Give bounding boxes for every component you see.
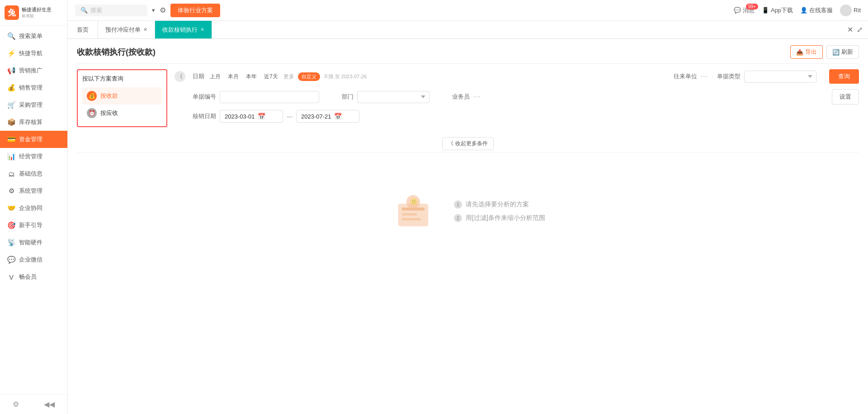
empty-state: 😕 1 请先选择要分析的方案 2 用[过滤]条件来缩小分析范围 (68, 152, 868, 270)
close-window-icon[interactable]: ✕ (847, 25, 853, 34)
last-7days-btn[interactable]: 近7天 (262, 72, 280, 81)
sidebar-item-basic-info[interactable]: 🗂 基础信息 (0, 165, 67, 182)
logo-icon: 兔 (5, 5, 19, 20)
page-content: 收款核销执行(按收款) 📤 导出 🔄 刷新 (68, 39, 868, 414)
topbar-dropdown[interactable]: ▾ (152, 7, 155, 14)
staff-label: 业务员 (452, 93, 470, 101)
sidebar-item-tutorial[interactable]: 🎯 新手引导 (0, 217, 67, 234)
verify-date-start-input[interactable]: 2023-03-01 📅 (220, 110, 283, 123)
date-label: 日期 (193, 72, 204, 81)
query-button[interactable]: 查询 (829, 69, 859, 84)
tab-home-label: 首页 (77, 26, 89, 34)
filter-option-receipt[interactable]: 💰 按收款 (82, 87, 162, 105)
verify-date-group: 核销日期 2023-03-01 📅 — 2023-07-21 📅 (193, 110, 359, 123)
solution-button[interactable]: 体验行业方案 (170, 4, 220, 17)
doc-no-label: 单据编号 (193, 93, 216, 101)
app-download-button[interactable]: 📱 App下载 (762, 6, 793, 14)
staff-group: 业务员 ··· (452, 93, 481, 101)
refresh-button[interactable]: 🔄 刷新 (826, 45, 859, 59)
main-area: 🔍 搜索 ▾ ⚙ 体验行业方案 💬 消息 99+ 📱 App下载 👤 在线客服 (68, 0, 868, 414)
sidebar-item-label: 系统管理 (19, 187, 42, 195)
empty-hint-1: 1 请先选择要分析的方案 (454, 200, 545, 209)
doc-no-input[interactable] (220, 91, 319, 103)
sidebar-item-wechat[interactable]: 💬 企业微信 (0, 251, 67, 268)
service-label: 在线客服 (809, 6, 833, 14)
app-label: App下载 (771, 6, 793, 14)
maximize-icon[interactable]: ⤢ (857, 25, 863, 34)
collapse-section: 《 收起更多条件 (68, 133, 868, 152)
sidebar-item-purchase[interactable]: 🛒 采购管理 (0, 96, 67, 114)
hint-num-2: 2 (454, 214, 462, 222)
quick-nav-icon: ⚡ (7, 49, 15, 57)
sidebar-item-search-menu[interactable]: 🔍 搜索菜单 (0, 28, 67, 45)
sidebar-item-sales[interactable]: 💰 销售管理 (0, 79, 67, 96)
sidebar-item-label: 搜索菜单 (19, 32, 42, 40)
collapse-sidebar-icon[interactable]: ◀◀ (40, 398, 58, 410)
sidebar-item-vip[interactable]: V 畅会员 (0, 268, 67, 286)
page-container: 收款核销执行(按收款) 📤 导出 🔄 刷新 (68, 39, 868, 414)
verify-date-end-input[interactable]: 2023-07-21 📅 (296, 110, 359, 123)
topbar: 🔍 搜索 ▾ ⚙ 体验行业方案 💬 消息 99+ 📱 App下载 👤 在线客服 (68, 0, 868, 21)
close-tab-icon[interactable]: ✕ (200, 27, 204, 33)
tutorial-icon: 🎯 (7, 221, 15, 229)
sidebar-item-fund-mgmt[interactable]: 💳 资金管理 (0, 131, 67, 148)
close-tab-icon[interactable]: ✕ (143, 27, 147, 33)
doc-type-select[interactable] (744, 71, 816, 83)
this-month-btn[interactable]: 本月 (226, 72, 241, 81)
user-menu[interactable]: Rit (840, 5, 861, 16)
collapse-more-button[interactable]: 《 收起更多条件 (442, 137, 494, 150)
filter-row-1: 日期 上月 本月 本年 近7天 更多 自定义 不限 至 2023-07-26 (193, 69, 859, 84)
tab-receipt-offset[interactable]: 收款核销执行 ✕ (155, 21, 212, 38)
counterparty-input[interactable]: ··· (701, 72, 708, 81)
user-name: Rit (854, 7, 861, 14)
online-service-button[interactable]: 👤 在线客服 (800, 6, 833, 14)
sales-icon: 💰 (7, 84, 15, 92)
tab-bar: 首页 预付冲应付单 ✕ 收款核销执行 ✕ ✕ ⤢ (68, 21, 868, 39)
settings-button[interactable]: 设置 (832, 89, 859, 105)
tab-receipt-offset-label: 收款核销执行 (162, 26, 198, 34)
search-placeholder: 搜索 (90, 6, 102, 14)
dept-group: 部门 (342, 91, 429, 103)
fund-icon: 💳 (7, 135, 15, 143)
topbar-search-box[interactable]: 🔍 搜索 (75, 5, 147, 16)
enterprise-icon: 🤝 (7, 204, 15, 212)
date-sub-label: 不限 至 2023-07-26 (324, 73, 367, 80)
filter-option-receipt-label: 按收款 (100, 92, 118, 100)
app-logo: 兔 畅捷通好生意 标准版 (0, 0, 67, 26)
svg-text:😕: 😕 (410, 198, 418, 205)
filter-area: 按以下方案查询 💰 按收款 ⏰ 按应收 《 (68, 64, 868, 133)
filter-option-receivable[interactable]: ⏰ 按应收 (82, 105, 162, 122)
date-more-btn[interactable]: 更多 (283, 73, 294, 81)
staff-input[interactable]: ··· (473, 93, 481, 101)
sidebar-item-quick-nav[interactable]: ⚡ 快捷导航 (0, 45, 67, 62)
sidebar: 兔 畅捷通好生意 标准版 🔍 搜索菜单 ⚡ 快捷导航 📢 营销推广 💰 销售管理… (0, 0, 68, 414)
service-icon: 👤 (800, 7, 807, 14)
hint-num-1: 1 (454, 200, 462, 209)
this-year-btn[interactable]: 本年 (244, 72, 259, 81)
custom-date-btn[interactable]: 自定义 (298, 72, 320, 81)
export-button[interactable]: 📤 导出 (790, 45, 823, 59)
sidebar-item-smart-hw[interactable]: 📡 智能硬件 (0, 234, 67, 251)
marketing-icon: 📢 (7, 67, 15, 75)
tab-advance-offset[interactable]: 预付冲应付单 ✕ (98, 21, 155, 38)
collapse-filter-scheme-button[interactable]: 《 (175, 71, 185, 82)
date-shortcuts: 上月 本月 本年 近7天 更多 自定义 (208, 72, 320, 81)
settings-icon[interactable]: ⚙ (9, 398, 23, 410)
topbar-gear-icon[interactable]: ⚙ (160, 6, 166, 14)
message-button[interactable]: 💬 消息 99+ (734, 6, 755, 14)
refresh-icon: 🔄 (832, 49, 840, 56)
sidebar-item-label: 库存核算 (19, 118, 42, 126)
svg-rect-3 (402, 218, 421, 220)
sidebar-item-enterprise[interactable]: 🤝 企业协同 (0, 200, 67, 217)
topbar-left: 🔍 搜索 ▾ ⚙ 体验行业方案 (75, 4, 220, 17)
sidebar-item-sys-mgmt[interactable]: ⚙ 系统管理 (0, 182, 67, 200)
last-month-btn[interactable]: 上月 (208, 72, 222, 81)
wechat-icon: 💬 (7, 256, 15, 264)
filter-scheme-panel: 按以下方案查询 💰 按收款 ⏰ 按应收 (77, 69, 167, 127)
sidebar-item-biz-mgmt[interactable]: 📊 经营管理 (0, 148, 67, 165)
tab-home[interactable]: 首页 (68, 21, 98, 38)
dept-select[interactable] (357, 91, 429, 103)
sidebar-item-marketing[interactable]: 📢 营销推广 (0, 62, 67, 79)
sidebar-item-inventory[interactable]: 📦 库存核算 (0, 114, 67, 131)
sidebar-item-label: 销售管理 (19, 84, 42, 92)
